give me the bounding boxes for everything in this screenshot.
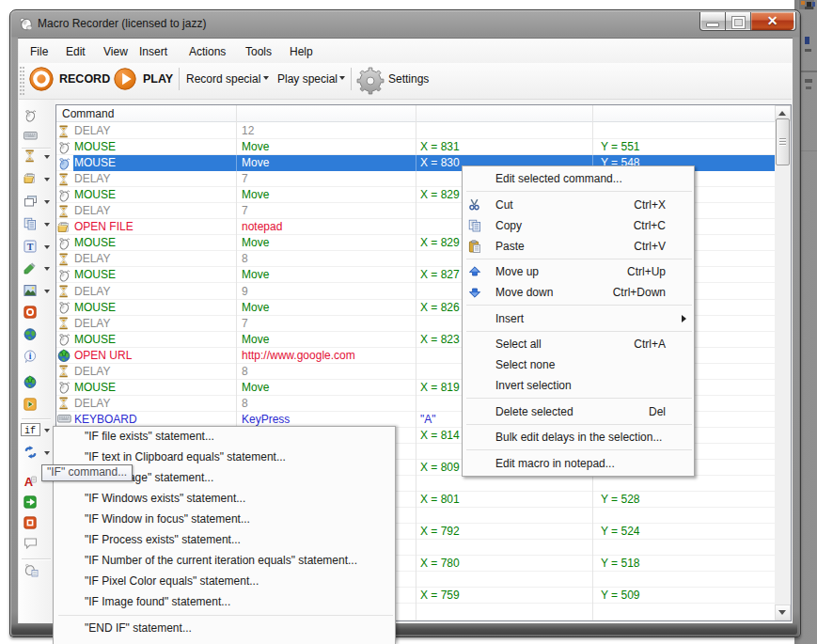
svg-text:T: T <box>27 242 34 252</box>
svg-text:i: i <box>29 352 32 361</box>
svg-text:if: if <box>24 426 36 436</box>
